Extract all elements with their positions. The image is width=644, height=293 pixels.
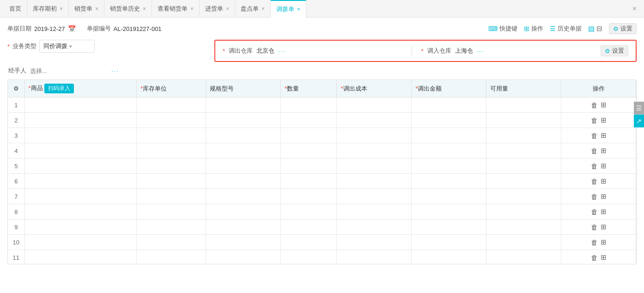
qty-cell[interactable]: [281, 128, 337, 143]
operation-button[interactable]: ⊞ 操作: [524, 24, 543, 33]
qty-cell[interactable]: [281, 159, 337, 174]
qty-cell[interactable]: [281, 98, 337, 113]
product-cell[interactable]: [24, 174, 137, 189]
qty-cell[interactable]: [281, 189, 337, 204]
qty-cell[interactable]: [281, 204, 337, 220]
spec-cell[interactable]: [206, 98, 281, 113]
qty-cell[interactable]: [281, 235, 337, 250]
product-cell[interactable]: [24, 143, 137, 159]
agent-more[interactable]: ···: [111, 67, 119, 74]
copy-icon[interactable]: ⊞: [601, 177, 607, 185]
spec-cell[interactable]: [206, 113, 281, 128]
tab-sales-history-close[interactable]: ×: [143, 6, 146, 12]
th-gear[interactable]: ⚙: [8, 80, 24, 98]
delete-icon[interactable]: 🗑: [591, 132, 598, 140]
product-cell[interactable]: [24, 204, 137, 220]
cost-cell[interactable]: [337, 174, 412, 189]
product-cell[interactable]: [24, 159, 137, 174]
agent-input[interactable]: [30, 67, 108, 74]
copy-icon[interactable]: ⊞: [601, 101, 607, 109]
unit-cell[interactable]: [137, 220, 206, 235]
cost-cell[interactable]: [337, 143, 412, 159]
delete-icon[interactable]: 🗑: [591, 193, 598, 201]
delete-icon[interactable]: 🗑: [591, 208, 598, 216]
spec-cell[interactable]: [206, 174, 281, 189]
history-button[interactable]: ☰ 历史单据: [550, 24, 582, 33]
business-type-dropdown[interactable]: 同价调拨 ▾: [39, 40, 95, 53]
copy-icon[interactable]: ⊞: [601, 253, 607, 262]
delete-icon[interactable]: 🗑: [591, 177, 598, 185]
unit-cell[interactable]: [137, 174, 206, 189]
product-cell[interactable]: [24, 235, 137, 250]
date-value[interactable]: 2019-12-27: [34, 25, 65, 32]
spec-cell[interactable]: [206, 250, 281, 265]
cost-cell[interactable]: [337, 235, 412, 250]
delete-icon[interactable]: 🗑: [591, 147, 598, 155]
qty-cell[interactable]: [281, 143, 337, 159]
transfer-in-more[interactable]: ···: [477, 48, 485, 55]
qty-cell[interactable]: [281, 220, 337, 235]
transfer-out-value[interactable]: 北京仓: [256, 47, 274, 55]
copy-icon[interactable]: ⊞: [601, 131, 607, 140]
amount-cell[interactable]: [412, 98, 486, 113]
product-cell[interactable]: [24, 113, 137, 128]
unit-cell[interactable]: [137, 189, 206, 204]
unit-cell[interactable]: [137, 235, 206, 250]
cost-cell[interactable]: [337, 159, 412, 174]
cost-cell[interactable]: [337, 113, 412, 128]
amount-cell[interactable]: [412, 143, 486, 159]
side-list-icon[interactable]: ☰: [634, 102, 644, 115]
unit-cell[interactable]: [137, 128, 206, 143]
side-expand-icon[interactable]: ↗: [634, 115, 644, 128]
copy-icon[interactable]: ⊞: [601, 223, 607, 231]
delete-icon[interactable]: 🗑: [591, 238, 598, 246]
qty-cell[interactable]: [281, 174, 337, 189]
cost-cell[interactable]: [337, 204, 412, 220]
spec-cell[interactable]: [206, 189, 281, 204]
copy-icon[interactable]: ⊞: [601, 146, 607, 155]
product-cell[interactable]: [24, 98, 137, 113]
cost-cell[interactable]: [337, 250, 412, 265]
amount-cell[interactable]: [412, 159, 486, 174]
setting-button[interactable]: ⚙ 设置: [609, 23, 637, 34]
unit-cell[interactable]: [137, 204, 206, 220]
unit-cell[interactable]: [137, 159, 206, 174]
tab-home[interactable]: 首页: [4, 0, 27, 18]
copy-icon[interactable]: ⊞: [601, 162, 607, 170]
tab-transfer-order[interactable]: 调拨单 ×: [271, 0, 306, 18]
delete-icon[interactable]: 🗑: [591, 116, 598, 124]
layout-single-icon[interactable]: ▤: [588, 24, 595, 33]
copy-icon[interactable]: ⊞: [601, 116, 607, 124]
amount-cell[interactable]: [412, 174, 486, 189]
transfer-out-more[interactable]: ···: [278, 48, 286, 55]
qty-cell[interactable]: [281, 250, 337, 265]
tab-inventory-init-close[interactable]: ×: [60, 6, 63, 12]
tab-sales-order[interactable]: 销货单 ×: [69, 0, 104, 18]
tab-purchase-order-close[interactable]: ×: [226, 6, 229, 12]
tab-view-sales[interactable]: 查看销货单 ×: [152, 0, 200, 18]
tab-inventory-check[interactable]: 盘点单 ×: [235, 0, 271, 18]
cost-cell[interactable]: [337, 220, 412, 235]
delete-icon[interactable]: 🗑: [591, 101, 598, 109]
cost-cell[interactable]: [337, 128, 412, 143]
unit-cell[interactable]: [137, 143, 206, 159]
delete-icon[interactable]: 🗑: [591, 254, 598, 262]
amount-cell[interactable]: [412, 250, 486, 265]
spec-cell[interactable]: [206, 143, 281, 159]
spec-cell[interactable]: [206, 235, 281, 250]
amount-cell[interactable]: [412, 235, 486, 250]
unit-cell[interactable]: [137, 250, 206, 265]
copy-icon[interactable]: ⊞: [601, 208, 607, 216]
tab-sales-order-close[interactable]: ×: [95, 6, 98, 12]
warehouse-setting-button[interactable]: ⚙ 设置: [601, 45, 628, 56]
spec-cell[interactable]: [206, 220, 281, 235]
delete-icon[interactable]: 🗑: [591, 223, 598, 231]
tab-transfer-order-close[interactable]: ×: [297, 6, 300, 12]
layout-split-icon[interactable]: ⊟: [596, 24, 602, 33]
amount-cell[interactable]: [412, 204, 486, 220]
transfer-in-value[interactable]: 上海仓: [455, 47, 473, 55]
qty-cell[interactable]: [281, 113, 337, 128]
cost-cell[interactable]: [337, 98, 412, 113]
amount-cell[interactable]: [412, 220, 486, 235]
spec-cell[interactable]: [206, 204, 281, 220]
